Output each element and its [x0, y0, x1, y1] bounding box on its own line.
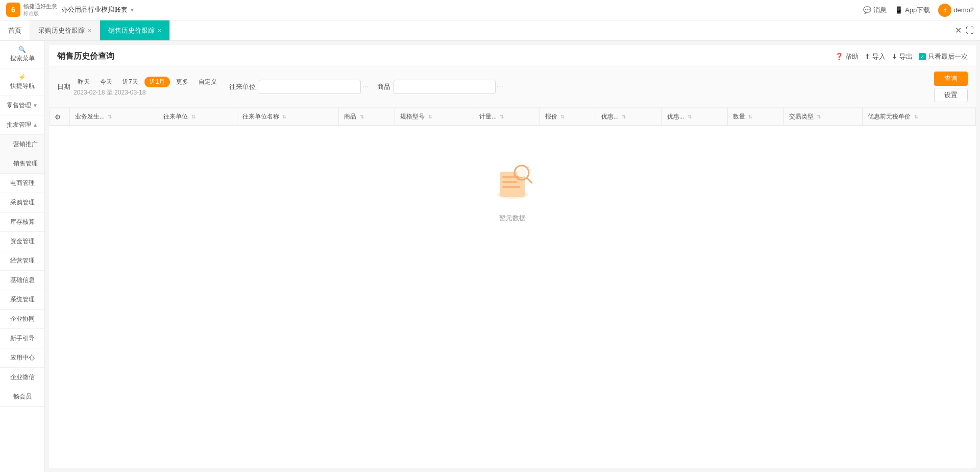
- sort-icon[interactable]: ⇅: [914, 114, 918, 120]
- query-button[interactable]: 查询: [934, 72, 968, 86]
- username: demo2: [953, 6, 974, 14]
- col-settings: ⚙: [50, 108, 70, 126]
- logo-area: 6 畅捷通好生意 标准版: [6, 3, 57, 17]
- sidebar-item-retail[interactable]: 零售管理 ▼: [0, 96, 44, 115]
- date-range-display: 2023-02-18 至 2023-03-18: [74, 88, 221, 97]
- sidebar-item-ecommerce[interactable]: 电商管理: [0, 174, 44, 193]
- import-button[interactable]: ⬆ 导入: [865, 52, 886, 61]
- close-window-button[interactable]: ✕: [955, 26, 962, 35]
- workspace-name: 办公用品行业模拟账套: [61, 5, 128, 14]
- tab-purchase-history[interactable]: 采购历史价跟踪 ×: [30, 20, 100, 40]
- sidebar-item-enterprise[interactable]: 企业协同: [0, 310, 44, 329]
- only-last-checkbox[interactable]: ✓ 只看最后一次: [919, 52, 968, 61]
- sidebar-item-operations[interactable]: 经营管理: [0, 251, 44, 271]
- col-spec: 规格型号 ⇅: [395, 108, 474, 126]
- partner-search-icon[interactable]: ···: [362, 82, 369, 91]
- sidebar-item-wholesale[interactable]: 批发管理 ▲: [0, 115, 44, 135]
- tab-sales-label: 销售历史价跟踪: [108, 26, 155, 35]
- sidebar-item-marketing[interactable]: 营销推广: [0, 135, 44, 154]
- export-icon: ⬇: [892, 53, 897, 60]
- table-area: ⚙ 业务发生... ⇅ 往来单位 ⇅ 往来单位名称: [49, 108, 976, 468]
- date-btn-1month[interactable]: 近1月: [144, 77, 170, 87]
- date-btn-yesterday[interactable]: 昨天: [74, 77, 94, 87]
- sort-icon[interactable]: ⇅: [622, 114, 626, 120]
- sort-icon[interactable]: ⇅: [191, 114, 195, 120]
- sidebar-item-basic[interactable]: 基础信息: [0, 271, 44, 290]
- settings-button[interactable]: 设置: [934, 88, 968, 102]
- sort-icon[interactable]: ⇅: [500, 114, 504, 120]
- page-title: 销售历史价查询: [57, 51, 114, 62]
- quick-nav-icon: ⚡: [18, 74, 26, 81]
- import-label: 导入: [872, 52, 886, 61]
- col-biz-date: 业务发生... ⇅: [70, 108, 158, 126]
- sort-icon[interactable]: ⇅: [360, 114, 364, 120]
- message-button[interactable]: 💬 消息: [863, 6, 887, 15]
- sidebar-item-purchase[interactable]: 采购管理: [0, 193, 44, 213]
- sidebar-label-finance: 资金管理: [10, 237, 35, 246]
- sort-icon[interactable]: ⇅: [108, 114, 112, 120]
- sort-icon[interactable]: ⇅: [428, 114, 432, 120]
- svg-rect-4: [502, 186, 520, 188]
- tab-sales-history[interactable]: 销售历史价跟踪 ×: [100, 20, 170, 40]
- sidebar-item-member[interactable]: 畅会员: [0, 387, 44, 407]
- app-download-button[interactable]: 📱 App下载: [895, 6, 930, 15]
- sidebar-label-sales: 销售管理: [13, 159, 38, 168]
- col-partner-code: 往来单位 ⇅: [158, 108, 237, 126]
- svg-point-6: [517, 168, 526, 177]
- sidebar-item-quick-nav[interactable]: ⚡ 快捷导航: [0, 68, 44, 96]
- col-partner-name-label: 往来单位名称: [242, 113, 279, 120]
- user-profile[interactable]: d demo2: [938, 4, 974, 17]
- header-right: 💬 消息 📱 App下载 d demo2: [863, 4, 974, 17]
- sidebar-label-marketing: 营销推广: [13, 140, 38, 149]
- col-discount-label: 优惠...: [667, 113, 684, 120]
- partner-input[interactable]: [259, 80, 361, 94]
- workspace-selector[interactable]: 办公用品行业模拟账套 ▼: [61, 5, 135, 14]
- only-last-label: 只看最后一次: [928, 52, 968, 61]
- close-icon[interactable]: ×: [88, 27, 91, 34]
- sidebar-item-search[interactable]: 🔍 搜索菜单: [0, 41, 44, 68]
- sidebar-item-inventory[interactable]: 库存核算: [0, 213, 44, 232]
- sidebar-item-wechat[interactable]: 企业微信: [0, 368, 44, 387]
- logo-icon: 6: [6, 3, 20, 17]
- product-input[interactable]: [394, 80, 496, 94]
- empty-icon: [487, 156, 538, 207]
- sidebar: 🔍 搜索菜单 ⚡ 快捷导航 零售管理 ▼ 批发管理 ▲ 营销推广 销售管理 电商…: [0, 41, 45, 472]
- sort-icon[interactable]: ⇅: [817, 114, 821, 120]
- close-icon[interactable]: ×: [158, 27, 161, 34]
- date-btn-7days[interactable]: 近7天: [118, 77, 142, 87]
- export-button[interactable]: ⬇ 导出: [892, 52, 913, 61]
- col-biz-date-label: 业务发生...: [75, 113, 105, 120]
- empty-text: 暂元数据: [499, 214, 526, 223]
- tab-home-label: 首页: [8, 26, 21, 35]
- sidebar-item-sales[interactable]: 销售管理: [0, 154, 44, 174]
- message-label: 消息: [873, 6, 887, 15]
- sidebar-label-purchase: 采购管理: [10, 198, 35, 207]
- page-container: 销售历史价查询 ❓ 帮助 ⬆ 导入 ⬇ 导出 ✓: [49, 45, 976, 468]
- date-btn-today[interactable]: 今天: [96, 77, 116, 87]
- sidebar-item-guide[interactable]: 新手引导: [0, 329, 44, 348]
- help-button[interactable]: ❓ 帮助: [835, 52, 859, 61]
- svg-line-7: [527, 178, 532, 183]
- search-icon: 🔍: [18, 46, 26, 53]
- sidebar-item-system[interactable]: 系统管理: [0, 290, 44, 310]
- partner-label: 往来单位: [229, 82, 256, 91]
- product-label: 商品: [377, 82, 390, 91]
- date-btn-more[interactable]: 更多: [172, 77, 192, 87]
- col-discount-rate-label: 优惠...: [601, 113, 619, 120]
- sort-icon[interactable]: ⇅: [688, 114, 692, 120]
- product-search-icon[interactable]: ···: [497, 82, 503, 91]
- product-filter-group: 商品 ···: [377, 80, 503, 94]
- sidebar-item-app-center[interactable]: 应用中心: [0, 348, 44, 368]
- sidebar-item-finance[interactable]: 资金管理: [0, 232, 44, 251]
- col-partner-code-label: 往来单位: [163, 113, 188, 120]
- date-btn-custom[interactable]: 自定义: [194, 77, 221, 87]
- tab-home[interactable]: 首页: [0, 20, 30, 40]
- gear-icon[interactable]: ⚙: [55, 113, 61, 121]
- sort-icon[interactable]: ⇅: [748, 114, 752, 120]
- sort-icon[interactable]: ⇅: [282, 114, 286, 120]
- col-quote-label: 报价: [545, 113, 557, 120]
- sort-icon[interactable]: ⇅: [560, 114, 565, 120]
- sidebar-label-basic: 基础信息: [10, 276, 35, 285]
- header-left: 6 畅捷通好生意 标准版 办公用品行业模拟账套 ▼: [6, 3, 135, 17]
- maximize-button[interactable]: ⛶: [966, 26, 974, 35]
